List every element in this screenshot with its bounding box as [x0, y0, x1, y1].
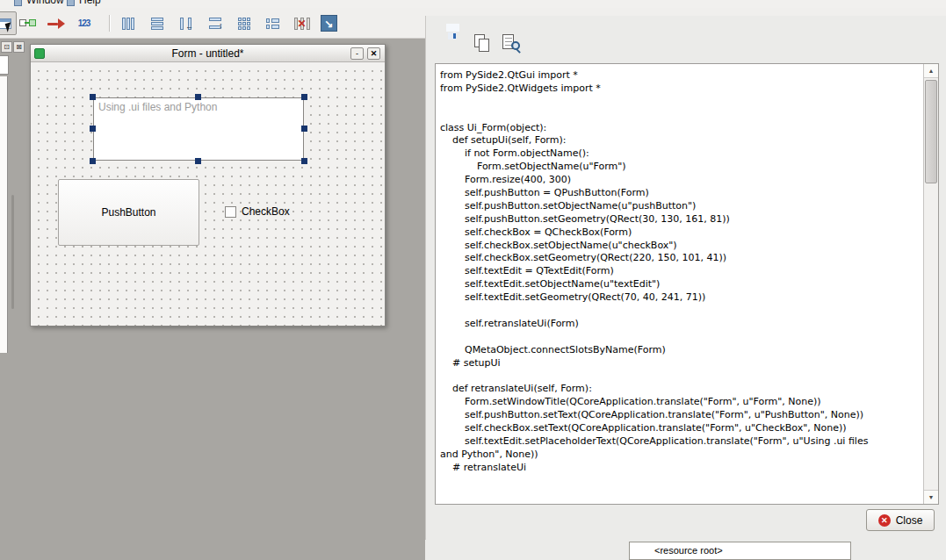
- textedit-placeholder[interactable]: Using .ui files and Python: [93, 97, 304, 161]
- checkbox-widget[interactable]: CheckBox: [225, 205, 290, 218]
- selection-handle-top-left[interactable]: [90, 94, 96, 100]
- code-lines[interactable]: from PySide2.QtGui import *from PySide2.…: [436, 64, 923, 504]
- form-minimize-button[interactable]: -: [350, 47, 364, 60]
- code-vertical-scrollbar[interactable]: ▲ ▼: [923, 64, 938, 504]
- checkbox-label: CheckBox: [242, 205, 290, 218]
- form-window-title: Form - untitled*: [31, 47, 385, 60]
- dock-float-button[interactable]: ⊡: [1, 41, 12, 53]
- code-line: self.textEdit.setObjectName(u"textEdit"): [440, 278, 923, 291]
- code-line: QMetaObject.connectSlotsByName(Form): [440, 344, 923, 357]
- code-line: Form.resize(400, 300): [440, 174, 923, 187]
- code-line: from PySide2.QtGui import *: [440, 69, 923, 83]
- splitter-v-arrow-glyph: ↕: [219, 21, 223, 30]
- checkbox-indicator: [225, 206, 236, 218]
- code-line: self.textEdit = QTextEdit(Form): [440, 265, 923, 278]
- close-button-label: Close: [896, 514, 923, 527]
- code-line: self.checkBox = QCheckBox(Form): [440, 226, 923, 240]
- tab-order-glyph: 123: [78, 18, 90, 28]
- qt-designer-screen: Window Help 123 ↔: [0, 0, 946, 560]
- code-line: class Ui_Form(object):: [440, 122, 923, 135]
- lay-out-splitter-vertical-icon[interactable]: ↕: [203, 11, 227, 35]
- scroll-down-icon: ▼: [928, 494, 935, 500]
- selection-handle-top-middle[interactable]: [195, 94, 201, 100]
- buddy-arrow-glyph: [58, 18, 65, 29]
- window-menu-icon: [14, 0, 22, 6]
- selection-handle-bottom-left[interactable]: [90, 158, 96, 164]
- dock-close-button[interactable]: ⊠: [13, 41, 25, 53]
- scroll-up-button[interactable]: ▲: [924, 64, 938, 78]
- code-line: [440, 331, 923, 344]
- code-line: self.checkBox.setObjectName(u"checkBox"): [440, 240, 923, 253]
- code-line: def setupUi(self, Form):: [440, 134, 923, 147]
- toolbar-separator: [109, 15, 110, 32]
- copy-icon[interactable]: [472, 32, 493, 54]
- menubar: Window Help: [0, 0, 946, 8]
- lay-out-grid-icon[interactable]: [232, 11, 256, 35]
- break-cross-glyph: ✕: [297, 17, 306, 29]
- code-line: self.checkBox.setText(QCoreApplication.t…: [440, 422, 923, 435]
- form-canvas[interactable]: Using .ui files and Python PushButton Ch…: [31, 63, 385, 326]
- selection-handle-middle-right[interactable]: [301, 126, 307, 132]
- menu-help[interactable]: Help: [79, 0, 101, 6]
- code-line: self.textEdit.setGeometry(QRect(70, 40, …: [440, 291, 923, 305]
- lay-out-form-layout-icon[interactable]: [261, 11, 285, 35]
- textedit-widget[interactable]: Using .ui files and Python: [93, 97, 304, 161]
- code-line: self.pushButton = QPushButton(Form): [440, 187, 923, 200]
- mdi-area: ⊡ ⊠ Form - untitled* - ✕ Using .ui file: [0, 39, 425, 560]
- code-line: self.textEdit.setPlaceholderText(QCoreAp…: [440, 435, 923, 449]
- close-button[interactable]: ✕ Close: [866, 509, 935, 531]
- selection-handle-bottom-right[interactable]: [301, 158, 307, 164]
- form-window-titlebar[interactable]: Form - untitled* - ✕: [31, 45, 385, 62]
- page-front-glyph: [479, 39, 489, 52]
- dock-close-icon: ⊠: [16, 43, 22, 51]
- selection-handle-middle-left[interactable]: [90, 126, 96, 132]
- code-line: [440, 109, 923, 122]
- adjust-size-icon[interactable]: ↘: [317, 11, 341, 35]
- minimize-icon: -: [356, 49, 358, 58]
- code-line: [440, 305, 923, 318]
- scroll-down-button[interactable]: ▼: [924, 490, 938, 504]
- code-preview-dialog: from PySide2.QtGui import *from PySide2.…: [425, 16, 946, 540]
- scroll-up-icon: ▲: [928, 68, 935, 74]
- save-icon[interactable]: [444, 32, 465, 54]
- pushbutton-widget[interactable]: PushButton: [58, 179, 199, 246]
- resource-browser-panel: <resource root>: [629, 542, 851, 560]
- code-line: and Python", None)): [440, 449, 923, 462]
- lay-out-horizontally-icon[interactable]: [116, 11, 140, 35]
- resource-root-item[interactable]: <resource root>: [630, 542, 850, 556]
- code-line: Form.setObjectName(u"Form"): [440, 161, 923, 174]
- widget-box-panel-edge: [0, 76, 8, 353]
- lay-out-splitter-horizontal-icon[interactable]: ↔: [174, 11, 198, 35]
- buddy-line-glyph: [47, 23, 58, 25]
- splitter-h-arrow-glyph: ↔: [185, 22, 193, 31]
- close-button-icon: ✕: [878, 514, 891, 527]
- widget-box-scrollbar[interactable]: [11, 195, 14, 309]
- code-line: Form.setWindowTitle(QCoreApplication.tra…: [440, 396, 923, 409]
- code-line: self.pushButton.setGeometry(QRect(30, 13…: [440, 213, 923, 226]
- break-layout-icon[interactable]: ✕: [290, 11, 314, 35]
- code-line: self.retranslateUi(Form): [440, 318, 923, 331]
- selection-handle-top-right[interactable]: [301, 94, 307, 100]
- selection-handle-bottom-middle[interactable]: [195, 158, 201, 164]
- form-close-button[interactable]: ✕: [367, 47, 380, 60]
- scrollbar-thumb[interactable]: [925, 80, 937, 183]
- close-icon: ✕: [371, 49, 378, 58]
- adjust-arrow-glyph: ↘: [321, 15, 337, 32]
- code-line: self.pushButton.setObjectName(u"pushButt…: [440, 200, 923, 213]
- help-menu-icon: [67, 0, 75, 6]
- edit-tab-order-icon[interactable]: 123: [72, 11, 96, 35]
- code-line: [440, 96, 923, 109]
- code-line: # setupUi: [440, 357, 923, 370]
- signal-glyph: [29, 19, 36, 26]
- code-line: def retranslateUi(self, Form):: [440, 383, 923, 396]
- edit-buddies-icon[interactable]: [44, 11, 68, 35]
- menu-window[interactable]: Window: [26, 0, 64, 6]
- code-line: [440, 370, 923, 383]
- code-line: # retranslateUi: [440, 462, 923, 475]
- widget-box-filter-fragment[interactable]: [0, 55, 9, 75]
- find-icon[interactable]: [500, 32, 521, 54]
- edit-signals-slots-icon[interactable]: [16, 11, 40, 35]
- lay-out-vertically-icon[interactable]: [145, 11, 169, 35]
- cursor-glyph: [5, 22, 14, 32]
- edit-widgets-icon[interactable]: [0, 11, 17, 35]
